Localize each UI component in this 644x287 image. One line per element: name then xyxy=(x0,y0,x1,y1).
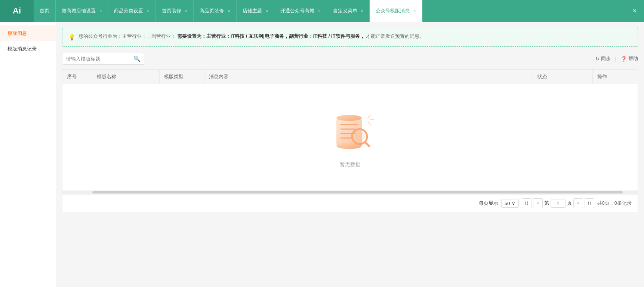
sidebar-item-template-message-log[interactable]: 模版消息记录 xyxy=(0,41,56,57)
close-tab-icon[interactable]: × xyxy=(266,9,268,13)
page-size-select[interactable]: 50 ∨ xyxy=(501,199,518,208)
help-icon: ❓ xyxy=(621,56,627,62)
notice-banner: 💡 您的公众号行业为：主营行业：，副营行业： 需要设置为：主营行业：IT科技 /… xyxy=(62,28,638,47)
notice-icon: 💡 xyxy=(68,33,76,42)
sync-icon: ↻ xyxy=(595,56,600,62)
sidebar-item-template-message[interactable]: 模版消息 xyxy=(0,25,56,41)
top-nav: Ai 首页微商城店铺设置×商品分类设置×首页装修×商品页装修×店铺主题×开通公众… xyxy=(0,0,644,22)
main-content: 💡 您的公众号行业为：主营行业：，副营行业： 需要设置为：主营行业：IT科技 /… xyxy=(56,22,644,287)
horizontal-scrollbar[interactable] xyxy=(62,190,638,194)
close-tab-icon[interactable]: × xyxy=(99,9,102,13)
nav-tab-product-decor[interactable]: 商品页装修× xyxy=(194,0,236,22)
page-total: 共0页，0条记录 xyxy=(597,200,632,207)
search-actions: ↻ 同步 | ❓ 帮助 xyxy=(595,55,638,62)
col-type: 模版类型 xyxy=(160,70,204,84)
search-bar: 🔍 ↻ 同步 | ❓ 帮助 xyxy=(62,53,638,65)
empty-state: 暂无数据 xyxy=(62,84,638,190)
next-page-button[interactable]: ＞ xyxy=(573,198,583,208)
page-navigation: ⟨⟨ ＜ 第 页 ＞ ⟩⟩ xyxy=(522,198,594,208)
notice-text: 您的公众号行业为：主营行业：，副营行业： 需要设置为：主营行业：IT科技 / 互… xyxy=(78,33,424,40)
col-action: 操作 xyxy=(593,70,638,84)
page-number-input[interactable] xyxy=(551,199,566,208)
nav-tab-shop-settings[interactable]: 微商城店铺设置× xyxy=(56,0,108,22)
search-button[interactable]: 🔍 xyxy=(130,53,144,64)
close-tab-icon[interactable]: × xyxy=(413,9,416,13)
close-tab-icon[interactable]: × xyxy=(147,9,149,13)
nav-tab-template-msg[interactable]: 公众号模版消息× xyxy=(370,0,422,22)
col-name: 模版名称 xyxy=(92,70,160,84)
svg-line-11 xyxy=(368,115,371,118)
divider: | xyxy=(615,56,616,62)
empty-text: 暂无数据 xyxy=(340,161,361,168)
scrollbar-thumb[interactable] xyxy=(92,191,623,193)
close-tab-icon[interactable]: × xyxy=(361,9,363,13)
nav-tab-home[interactable]: 首页 xyxy=(34,0,56,22)
col-index: 序号 xyxy=(62,70,92,84)
svg-point-9 xyxy=(354,131,365,142)
close-tab-icon[interactable]: × xyxy=(228,9,230,13)
nav-tab-custom-menu[interactable]: 自定义菜单× xyxy=(327,0,370,22)
close-tab-icon[interactable]: × xyxy=(318,9,320,13)
svg-line-10 xyxy=(365,142,369,146)
last-page-button[interactable]: ⟩⟩ xyxy=(585,198,594,208)
svg-point-2 xyxy=(336,115,362,121)
nav-tab-open-mall[interactable]: 开通公众号商城× xyxy=(274,0,327,22)
search-input[interactable] xyxy=(62,54,130,64)
help-button[interactable]: ❓ 帮助 xyxy=(621,55,638,62)
empty-illustration xyxy=(326,107,375,155)
logo: Ai xyxy=(0,0,34,22)
close-tab-icon[interactable]: × xyxy=(185,9,187,13)
sidebar: 模版消息模版消息记录 xyxy=(0,22,56,287)
pagination: 每页显示 50 ∨ ⟨⟨ ＜ 第 页 ＞ ⟩⟩ 共0页，0条记录 xyxy=(62,194,638,212)
prev-page-button[interactable]: ＜ xyxy=(533,198,543,208)
col-status: 状态 xyxy=(533,70,593,84)
first-page-button[interactable]: ⟨⟨ xyxy=(522,198,531,208)
nav-tab-category-settings[interactable]: 商品分类设置× xyxy=(108,0,155,22)
table-header: 序号 模版名称 模版类型 消息内容 状态 操作 xyxy=(62,70,638,84)
svg-line-13 xyxy=(368,122,371,125)
layout: 模版消息模版消息记录 💡 您的公众号行业为：主营行业：，副营行业： 需要设置为：… xyxy=(0,22,644,287)
search-field: 🔍 xyxy=(62,53,144,65)
close-all-button[interactable]: × xyxy=(625,0,644,22)
nav-tab-home-decor[interactable]: 首页装修× xyxy=(156,0,194,22)
nav-tabs: 首页微商城店铺设置×商品分类设置×首页装修×商品页装修×店铺主题×开通公众号商城… xyxy=(34,0,625,22)
chevron-down-icon: ∨ xyxy=(512,201,515,206)
sync-button[interactable]: ↻ 同步 xyxy=(595,55,611,62)
page-size-label: 每页显示 xyxy=(479,200,498,207)
col-content: 消息内容 xyxy=(204,70,533,84)
nav-tab-store-theme[interactable]: 店铺主题× xyxy=(237,0,274,22)
data-table: 序号 模版名称 模版类型 消息内容 状态 操作 xyxy=(62,69,638,212)
